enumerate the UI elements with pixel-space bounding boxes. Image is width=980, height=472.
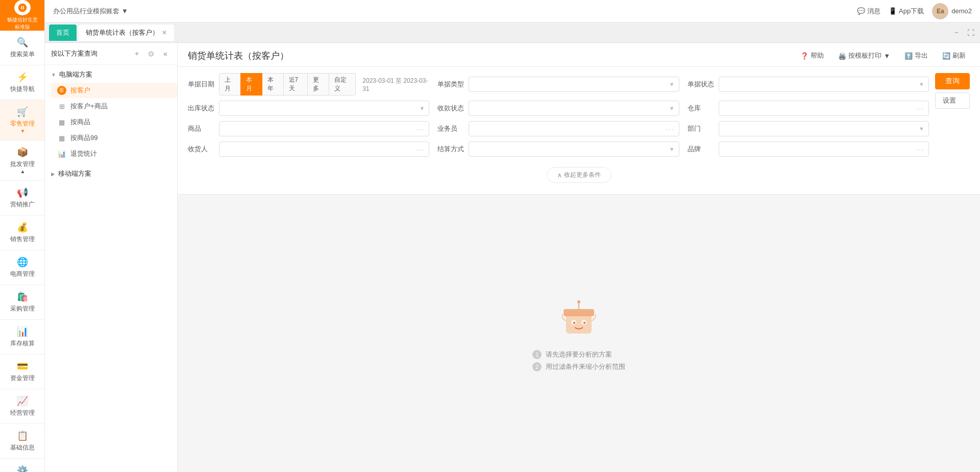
app-download-btn[interactable]: 📱 App下载 (889, 7, 924, 16)
goods-label: 商品 (188, 124, 216, 133)
filter-settlement: 结算方式 ▼ (437, 141, 679, 157)
tab-sales-stats[interactable]: 销货单统计表（按客户） ✕ (79, 25, 174, 41)
template-print-btn[interactable]: 🖨️ 按模板打印 ▼ (834, 49, 894, 62)
date-range: 2023-03-01 至 2023-03-31 (362, 77, 429, 92)
sidebar-item-sales[interactable]: 💰 销售管理 (0, 216, 44, 250)
plan-item-by-goods-label: 按商品 (70, 117, 90, 127)
doc-type-label: 单据类型 (437, 80, 465, 89)
page-actions: ❓ 帮助 🖨️ 按模板打印 ▼ ⬆️ 导出 🔄 刷新 (796, 49, 970, 62)
user-name: demo2 (951, 7, 972, 15)
download-icon: 📱 (889, 7, 897, 15)
sidebar-item-finance[interactable]: 💳 资金管理 (0, 355, 44, 389)
dept-input[interactable]: ▼ (719, 121, 929, 136)
collapse-up-icon: ∧ (557, 172, 562, 179)
help-btn[interactable]: ❓ 帮助 (796, 49, 828, 62)
plan-item-by-goods-99[interactable]: ▦ 按商品99 (51, 130, 177, 146)
sidebar-item-search[interactable]: 🔍 搜索菜单 (0, 31, 44, 65)
goods-input[interactable]: ··· (219, 121, 429, 136)
date-tab-custom[interactable]: 自定义 (329, 73, 356, 96)
filter-row-1: 单据日期 上月 本月 本年 近7天 更多 自定义 2023-03-01 至 20… (188, 73, 929, 96)
brand-input[interactable]: ··· (719, 141, 929, 157)
sidebar-item-wholesale-label: 批发管理 (10, 160, 35, 169)
sidebar-item-inventory[interactable]: 📊 库存核算 (0, 320, 44, 355)
warehouse-label: 仓库 (688, 104, 716, 113)
date-tab-prev-month[interactable]: 上月 (219, 73, 241, 96)
sidebar-item-retail[interactable]: 🛒 零售管理 ▼ (0, 100, 44, 140)
sidebar-item-wholesale[interactable]: 📦 批发管理 ▲ (0, 140, 44, 181)
sidebar-item-basic[interactable]: 📋 基础信息 (0, 424, 44, 459)
tab-close-btn[interactable]: ✕ (162, 29, 167, 36)
plan-item-by-goods[interactable]: ▦ 按商品 (51, 114, 177, 130)
desktop-group-label: 电脑端方案 (59, 70, 92, 79)
settlement-input[interactable]: ▼ (469, 141, 679, 157)
collect-status-input[interactable]: ▼ (469, 101, 679, 116)
desktop-group-header[interactable]: ▼ 电脑端方案 (45, 67, 177, 82)
avatar-text: Ea (937, 8, 944, 15)
sidebar-item-purchase[interactable]: 🛍️ 采购管理 (0, 285, 44, 320)
consignee-input[interactable]: ··· (219, 141, 429, 157)
dept-chevron: ▼ (919, 126, 924, 132)
salesperson-label: 业务员 (437, 124, 465, 133)
plan-item-return-stats[interactable]: 📊 退货统计 (51, 146, 177, 161)
filter-date: 单据日期 上月 本月 本年 近7天 更多 自定义 2023-03-01 至 20… (188, 73, 429, 96)
app-sub: 标准版 (15, 23, 30, 31)
sidebar-item-marketing[interactable]: 📢 营销推广 (0, 181, 44, 216)
message-btn[interactable]: 💬 消息 (857, 7, 880, 16)
sidebar-item-ecommerce[interactable]: 🌐 电商管理 (0, 250, 44, 285)
user-info[interactable]: Ea demo2 (932, 3, 972, 19)
sidebar-item-purchase-label: 采购管理 (10, 304, 35, 313)
settings-btn[interactable]: 设置 (935, 92, 970, 109)
page-title: 销货单统计表（按客户） (188, 50, 289, 62)
right-panel: 销货单统计表（按客户） ❓ 帮助 🖨️ 按模板打印 ▼ ⬆️ 导出 (178, 43, 980, 472)
consignee-dots: ··· (416, 146, 425, 153)
wholesale-arrow: ▲ (20, 169, 26, 174)
warehouse-input[interactable]: ··· (719, 101, 929, 116)
doc-status-input[interactable]: ▼ (719, 77, 929, 92)
shortcuts-icon: ⚡ (17, 72, 28, 83)
collect-status-label: 收款状态 (437, 104, 465, 113)
sidebar-item-system[interactable]: ⚙️ 系统管理 (0, 459, 44, 472)
edit-plan-btn[interactable]: ⊙ (145, 48, 157, 59)
query-btn[interactable]: 查询 (935, 73, 970, 89)
filter-doc-status: 单据状态 ▼ (688, 77, 929, 92)
plan-item-by-customer-goods-label: 按客户+商品 (70, 102, 108, 111)
window-controls: － ⛶ (951, 28, 976, 38)
sidebar-item-basic-label: 基础信息 (10, 443, 35, 452)
maximize-btn[interactable]: ⛶ (966, 28, 976, 38)
filter-dept: 部门 ▼ (688, 121, 929, 136)
mobile-group-header[interactable]: ▶ 移动端方案 (45, 166, 177, 181)
account-dropdown[interactable]: 办公用品行业模拟账套 ▼ (53, 7, 128, 16)
out-status-input[interactable]: ▼ (219, 101, 429, 116)
date-tab-more[interactable]: 更多 (307, 73, 329, 96)
collapse-btn[interactable]: ∧ 收起更多条件 (547, 167, 611, 183)
date-tab-this-month[interactable]: 本月 (240, 73, 262, 96)
goods-dots: ··· (416, 125, 425, 133)
customer-icon: 客 (57, 86, 66, 95)
tab-home[interactable]: 首页 (49, 25, 77, 41)
refresh-btn[interactable]: 🔄 刷新 (938, 49, 970, 62)
plan-item-by-customer-goods[interactable]: ⊞ 按客户+商品 (51, 99, 177, 114)
sidebar-item-ecommerce-label: 电商管理 (10, 270, 35, 278)
plan-item-by-customer[interactable]: 客 按客户 (51, 83, 177, 98)
empty-state: 1 请先选择要分析的方案 2 用过滤条件来缩小分析范围 (178, 195, 980, 472)
consignee-label: 收货人 (188, 145, 216, 154)
date-tab-last-7[interactable]: 近7天 (283, 73, 308, 96)
collapse-panel-btn[interactable]: « (160, 48, 171, 59)
sidebar-item-operation[interactable]: 📈 经营管理 (0, 389, 44, 424)
date-tab-this-year[interactable]: 本年 (262, 73, 284, 96)
page-header: 销货单统计表（按客户） ❓ 帮助 🖨️ 按模板打印 ▼ ⬆️ 导出 (178, 43, 980, 67)
sidebar-item-marketing-label: 营销推广 (10, 200, 35, 209)
sidebar-item-shortcuts[interactable]: ⚡ 快捷导航 (0, 65, 44, 100)
minimize-btn[interactable]: － (951, 28, 962, 38)
help-label: 帮助 (811, 51, 824, 60)
filter-out-status: 出库状态 ▼ (188, 101, 429, 116)
add-plan-btn[interactable]: ＋ (131, 48, 142, 59)
help-icon: ❓ (800, 52, 808, 60)
desktop-plan-items: 客 按客户 ⊞ 按客户+商品 ▦ 按商品 ▦ 按商品99 (45, 83, 177, 161)
account-label: 办公用品行业模拟账套 (53, 7, 119, 16)
export-btn[interactable]: ⬆️ 导出 (900, 49, 932, 62)
wholesale-icon: 📦 (17, 147, 28, 158)
filter-goods: 商品 ··· (188, 121, 429, 136)
salesperson-input[interactable]: ··· (469, 121, 679, 136)
doc-type-input[interactable]: ▼ (469, 77, 679, 92)
